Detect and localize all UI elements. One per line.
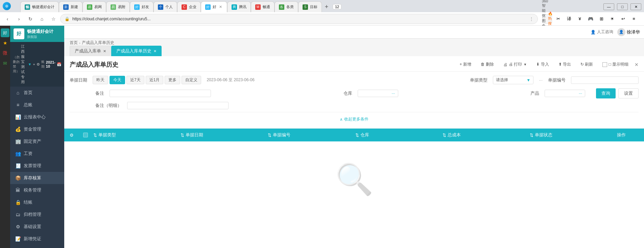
doc-number-input[interactable]: [571, 76, 639, 84]
th-doc-number[interactable]: ⇅ 单据编号: [265, 132, 352, 138]
th-total-cost[interactable]: ⇅ 总成本: [440, 132, 527, 138]
tab-9[interactable]: 腾 腾讯: [227, 1, 251, 12]
tab-7[interactable]: C 企业: [177, 1, 201, 12]
sidebar-item-reports[interactable]: 📊 云报表中心: [10, 111, 64, 123]
add-account-btn[interactable]: +: [33, 62, 35, 66]
sidebar-item-invoice[interactable]: 🧾 发票管理: [10, 160, 64, 172]
sidebar-item-ledger[interactable]: ≡ 总账: [10, 99, 64, 111]
tab-6[interactable]: 个 个人: [153, 1, 177, 12]
more-ext[interactable]: ≡: [629, 14, 639, 24]
rail-logo[interactable]: 好: [1, 28, 9, 37]
import-btn[interactable]: ⬇ 导入: [533, 60, 552, 69]
tab-3[interactable]: 易 易网: [82, 1, 106, 12]
rail-icon-weibo[interactable]: 微: [1, 49, 9, 58]
th-checkbox[interactable]: [80, 133, 91, 137]
sidebar-item-tax[interactable]: 🏛 税务管理: [10, 184, 64, 196]
date-btn-7days[interactable]: 近7天: [126, 76, 144, 84]
date-btn-yesterday[interactable]: 昨天: [93, 76, 108, 84]
url-bar[interactable]: 🔒 https://cloud.chanjet.com/accounting/u…: [60, 14, 538, 24]
browser-logo[interactable]: ⊕: [3, 2, 11, 10]
refresh-btn[interactable]: ↻: [26, 14, 35, 24]
minimize-btn[interactable]: —: [603, 3, 614, 10]
refresh-btn-main[interactable]: ↻ 刷新: [577, 60, 596, 69]
header-checkbox[interactable]: [83, 133, 88, 137]
notes-detail-input[interactable]: [127, 102, 229, 109]
new-btn[interactable]: + 新增: [456, 60, 474, 69]
th-doc-status[interactable]: ⇅ 单据状态: [527, 132, 614, 138]
tab-8-close[interactable]: ✕: [218, 4, 223, 10]
sidebar-item-payroll[interactable]: 👥 工资: [10, 148, 64, 160]
display-ext[interactable]: ☀: [607, 14, 617, 24]
sidebar-item-archive[interactable]: 🗂 归档管理: [10, 208, 64, 221]
game-ext[interactable]: 🎮: [586, 14, 595, 24]
currency-ext[interactable]: ¥: [575, 14, 585, 24]
sidebar-item-closing[interactable]: 🔒 结账: [10, 196, 64, 208]
bookmark-btn[interactable]: ☆: [49, 14, 58, 24]
date-btn-1month[interactable]: 近1月: [146, 76, 164, 84]
rail-icon-1[interactable]: ★: [1, 39, 9, 47]
setup-btn[interactable]: 设置: [618, 88, 639, 98]
sidebar-item-newbill[interactable]: 📝 新增凭证: [10, 233, 64, 245]
user-profile[interactable]: 👤 徐泽华: [617, 28, 640, 36]
tab-8[interactable]: 好 好 ✕: [201, 1, 227, 12]
account-dropdown-icon[interactable]: ▼: [28, 62, 32, 66]
new-tab-btn[interactable]: +: [322, 2, 331, 12]
th-doc-date[interactable]: ⇅ 单据日期: [178, 132, 265, 138]
tab-2[interactable]: 新 新建: [59, 1, 82, 12]
th-doc-type[interactable]: ⇅ 单据类型: [91, 132, 178, 138]
back-btn[interactable]: ‹: [3, 14, 12, 24]
search-box[interactable]: 360智能抠图免费用 🔥热搜: [543, 14, 552, 24]
close-page-btn[interactable]: ✕: [635, 62, 639, 67]
ai-service-btn[interactable]: 👤 人工咨询: [591, 29, 613, 35]
date-btn-custom[interactable]: 自定义: [182, 76, 201, 84]
scissors-ext[interactable]: ✂: [553, 14, 563, 24]
grid-ext[interactable]: ⊞: [597, 14, 606, 24]
tab-1-label: 畅捷通好会计: [32, 4, 54, 9]
account-settings-icon[interactable]: ⚙: [37, 62, 40, 67]
table-body: 🔍: [64, 141, 644, 248]
display-btn[interactable]: □ 显示明细: [599, 60, 632, 69]
tab-1[interactable]: 畅 畅捷通好会计: [20, 1, 59, 12]
th-warehouse[interactable]: ⇅ 仓库: [353, 132, 440, 138]
warehouse-select[interactable]: ···: [358, 90, 398, 97]
forward-btn[interactable]: ›: [14, 14, 24, 24]
query-btn[interactable]: 查询: [596, 88, 616, 98]
collapse-btn[interactable]: ∧ 收起更多条件: [340, 114, 368, 124]
rail-icon-mail[interactable]: ✉: [1, 59, 9, 68]
page-tab-2-close[interactable]: ✕: [153, 49, 157, 53]
undo-ext[interactable]: ↩: [618, 14, 628, 24]
notes-input[interactable]: [110, 90, 211, 97]
sidebar-item-home[interactable]: ⌂ 首页: [10, 87, 64, 99]
tab-11[interactable]: 各 各类: [275, 1, 298, 12]
account-caution: （勿删勿禁用）: [13, 55, 20, 74]
export-btn[interactable]: ⬆ 导出: [555, 60, 574, 69]
page-tab-1-close[interactable]: ✕: [103, 49, 106, 53]
date-btn-today[interactable]: 今天: [110, 76, 125, 84]
print-btn[interactable]: 🖨 🖨 打印 ▼: [500, 60, 530, 69]
page-tab-1[interactable]: 产成品入库单 ✕: [70, 46, 111, 56]
doc-type-dots[interactable]: ···: [539, 77, 543, 83]
th-settings[interactable]: ⚙: [67, 133, 80, 138]
delete-btn[interactable]: 🗑 删除: [477, 60, 497, 69]
breadcrumb-home[interactable]: 首页: [70, 40, 78, 46]
home-btn[interactable]: ⌂: [37, 14, 47, 24]
sidebar-item-funds[interactable]: 💰 资金管理: [10, 123, 64, 135]
tab-4[interactable]: 易 易附: [106, 1, 130, 12]
sidebar-item-basic[interactable]: ⚙ 基础设置: [10, 221, 64, 233]
date-btn-more[interactable]: 更多: [165, 76, 180, 84]
display-checkbox[interactable]: [602, 62, 607, 67]
tab-5[interactable]: 好 好友: [130, 1, 153, 12]
sidebar-item-fixed[interactable]: 🏢 固定资产: [10, 135, 64, 148]
sidebar-item-inventory[interactable]: 📦 库存核算: [10, 172, 64, 184]
tab-10[interactable]: M 畅通: [251, 1, 275, 12]
period-calendar-icon[interactable]: 📅: [57, 62, 62, 67]
product-select[interactable]: ···: [545, 90, 585, 97]
close-window-btn[interactable]: ✕: [630, 3, 641, 10]
maximize-btn[interactable]: □: [617, 3, 628, 10]
sidebar-item-basic-label: 基础设置: [24, 224, 41, 230]
translate-ext[interactable]: 译: [564, 14, 574, 24]
doc-type-select[interactable]: 请选择 ▼: [493, 76, 533, 84]
th-doc-status-label: 单据状态: [535, 132, 552, 138]
page-tab-2[interactable]: 产成品入库单历史 ✕: [111, 46, 162, 56]
tab-12[interactable]: S 目标: [298, 1, 322, 12]
